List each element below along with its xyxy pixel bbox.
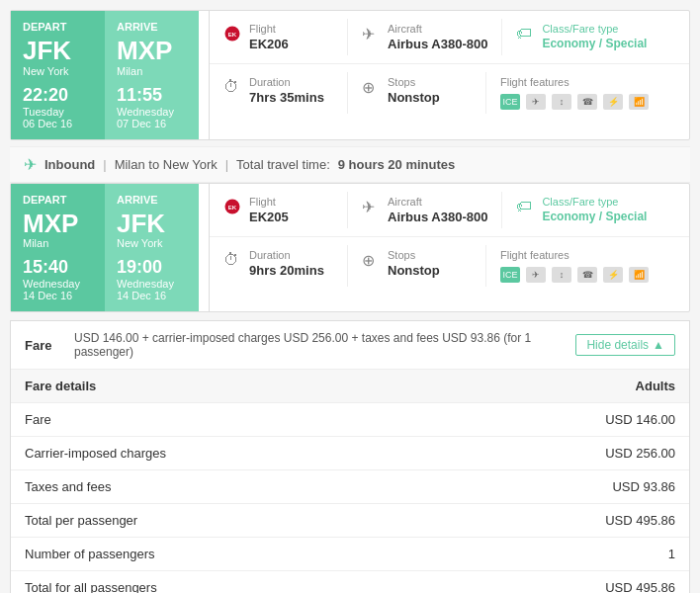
inbound-plane-icon: ✈ [24,155,37,174]
fare-row-amount: USD 93.86 [432,470,689,504]
outbound-aircraft-value: Airbus A380-800 [388,37,487,51]
fare-label: Fare [25,338,64,353]
inbound-label: Inbound [44,157,95,172]
hide-details-button[interactable]: Hide details ▲ [575,334,675,356]
fare-summary: USD 146.00 + carrier-imposed charges USD… [74,331,566,359]
inbound-depart-date: 14 Dec 16 [23,290,93,301]
inbound-clock-icon: ⏱ [223,251,241,269]
outbound-flight-item: EK Flight EK206 [210,19,348,55]
outbound-duration-value: 7hrs 35mins [249,90,324,105]
outbound-features-label: Flight features [500,76,675,88]
inbound-divider1: | [103,157,106,172]
inbound-details-top: EK Flight EK205 ✈ Aircraft Airbus A380-8… [210,184,689,237]
outbound-arrive-header: Arrive [117,21,187,33]
outbound-arrive-city: Milan [117,65,187,77]
inbound-depart-city: Milan [23,237,93,249]
inbound-stops-value: Nonstop [388,263,440,278]
inbound-arrive-city: New York [117,237,187,249]
inbound-duration-value: 9hrs 20mins [249,263,324,278]
inbound-details-bottom: ⏱ Duration 9hrs 20mins ⊕ Stops Nonstop F… [210,237,689,295]
outbound-flight-card: Depart JFK New York 22:20 Tuesday 06 Dec… [10,10,690,140]
inbound-flight-row: Depart MXP Milan 15:40 Wednesday 14 Dec … [11,184,689,312]
outbound-aircraft-item: ✈ Aircraft Airbus A380-800 [348,19,502,55]
inbound-flight-item: EK Flight EK205 [210,192,348,228]
inbound-depart-header: Depart [23,194,93,206]
outbound-duration-label: Duration [249,76,324,88]
fare-table-row: Carrier-imposed charges USD 256.00 [11,437,689,470]
inbound-arrive-day: Wednesday [117,278,187,290]
inbound-depart-col: Depart MXP Milan 15:40 Wednesday 14 Dec … [11,184,105,312]
inbound-travel-label: Total travel time: [236,157,330,172]
outbound-depart-date: 06 Dec 16 [23,118,93,129]
outbound-feat-wifi: 📶 [629,94,649,110]
inbound-duration-item: ⏱ Duration 9hrs 20mins [210,245,348,287]
fare-table-header-row: Fare details Adults [11,370,689,403]
outbound-feat-phone: ☎ [577,94,597,110]
fare-row-label: Total per passenger [11,504,432,538]
outbound-feat-plane: ✈ [526,94,546,110]
inbound-depart-day: Wednesday [23,278,93,290]
fare-row-amount: USD 495.86 [432,571,689,593]
hide-details-label: Hide details [586,338,649,352]
outbound-depart-day: Tuesday [23,106,93,118]
outbound-stops-label: Stops [388,76,440,88]
outbound-depart-col: Depart JFK New York 22:20 Tuesday 06 Dec… [11,11,105,139]
outbound-class-label: Class/Fare type [542,23,647,35]
inbound-travel-time: 9 hours 20 minutes [338,157,455,172]
outbound-tag-icon: 🏷 [516,25,534,42]
fare-table: Fare details Adults Fare USD 146.00 Carr… [11,370,689,593]
inbound-route: Milan to New York [115,157,218,172]
inbound-arrive-date: 14 Dec 16 [117,290,187,301]
outbound-feat-power: ⚡ [603,94,623,110]
inbound-feat-ice: ICE [500,267,520,283]
inbound-flight-label: Flight [249,196,289,208]
outbound-features-icons: ICE ✈ ↕ ☎ ⚡ 📶 [500,94,675,110]
fare-row-amount: 1 [432,538,689,571]
outbound-aircraft-label: Aircraft [388,23,487,35]
outbound-details-bottom: ⏱ Duration 7hrs 35mins ⊕ Stops Nonstop [210,64,689,122]
fare-table-row: Number of passengers 1 [11,538,689,571]
fare-col1-header: Fare details [11,370,432,403]
fare-table-row: Total per passenger USD 495.86 [11,504,689,538]
outbound-flight-label: Flight [249,23,289,35]
fare-row-label: Carrier-imposed charges [11,437,432,470]
inbound-class-item: 🏷 Class/Fare type Economy / Special [502,192,660,228]
outbound-feat-ice: ICE [500,94,520,110]
fare-section: Fare USD 146.00 + carrier-imposed charge… [10,320,690,593]
outbound-depart-time: 22:20 [23,85,93,106]
fare-table-body: Fare USD 146.00 Carrier-imposed charges … [11,403,689,593]
outbound-arrive-time: 11:55 [117,85,187,106]
outbound-duration-item: ⏱ Duration 7hrs 35mins [210,72,348,114]
chevron-up-icon: ▲ [653,338,664,352]
fare-row-amount: USD 256.00 [432,437,689,470]
inbound-depart-time: 15:40 [23,257,93,278]
outbound-stops-item: ⊕ Stops Nonstop [348,72,486,114]
inbound-class-info: Class/Fare type Economy / Special [542,196,647,223]
outbound-arrive-day: Wednesday [117,106,187,118]
inbound-feat-seat: ↕ [552,267,571,283]
outbound-plane-icon: ✈ [362,25,380,43]
inbound-tag-icon: 🏷 [516,198,534,215]
outbound-flight-value: EK206 [249,37,289,51]
inbound-flight-card: Depart MXP Milan 15:40 Wednesday 14 Dec … [10,183,690,313]
inbound-airline-icon: EK [223,198,241,219]
outbound-depart-header: Depart [23,21,93,33]
svg-text:EK: EK [228,32,237,38]
outbound-class-info: Class/Fare type Economy / Special [542,23,647,50]
outbound-features-item: Flight features ICE ✈ ↕ ☎ ⚡ 📶 [486,72,689,114]
outbound-details-top: EK Flight EK206 ✈ Aircraft Airbus A380-8… [210,11,689,64]
fare-row-label: Fare [11,403,432,437]
inbound-aircraft-info: Aircraft Airbus A380-800 [388,196,487,224]
inbound-arrive-col: Arrive JFK New York 19:00 Wednesday 14 D… [105,184,199,312]
inbound-flight-details: EK Flight EK205 ✈ Aircraft Airbus A380-8… [209,184,689,312]
fare-row-amount: USD 146.00 [432,403,689,437]
inbound-arrive-time: 19:00 [117,257,187,278]
inbound-stops-item: ⊕ Stops Nonstop [348,245,486,287]
fare-table-row: Fare USD 146.00 [11,403,689,437]
inbound-class-value: Economy / Special [542,210,647,223]
svg-text:EK: EK [228,205,237,211]
outbound-flight-info: Flight EK206 [249,23,289,51]
inbound-aircraft-item: ✈ Aircraft Airbus A380-800 [348,192,502,228]
fare-table-row: Taxes and fees USD 93.86 [11,470,689,504]
fare-col2-header: Adults [432,370,689,403]
